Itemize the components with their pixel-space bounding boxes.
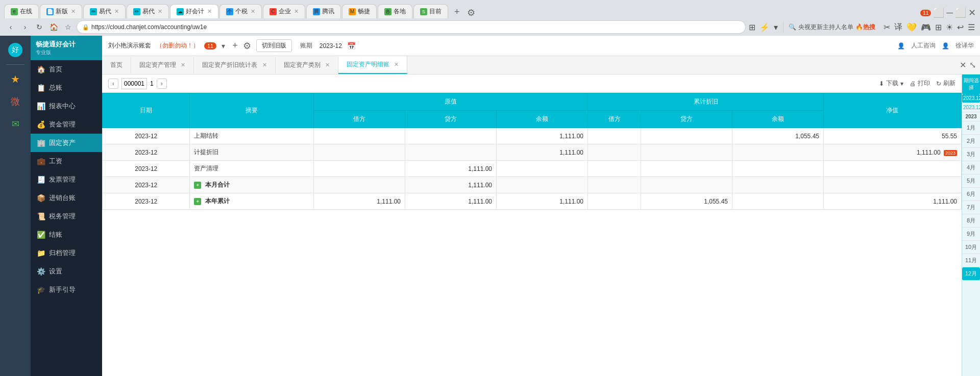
table-row: 2023-12 资产清理 1,111.00 bbox=[103, 161, 962, 177]
nav-item-closing[interactable]: ✅ 结账 bbox=[31, 225, 102, 244]
dropdown-icon[interactable]: ▾ bbox=[774, 22, 778, 32]
tab-close-geshui[interactable]: ✕ bbox=[251, 8, 255, 15]
nav-item-reports[interactable]: 📊 报表中心 bbox=[31, 97, 102, 115]
tab-close-yidai1[interactable]: ✕ bbox=[114, 8, 119, 15]
tab-yidai2[interactable]: ✏ 易代 ✕ bbox=[127, 4, 169, 18]
reload-btn[interactable]: ↻ bbox=[34, 21, 45, 33]
period-date-2[interactable]: 2023.12 bbox=[962, 103, 980, 112]
tab-label-tengxun: 腾讯 bbox=[322, 7, 334, 16]
page-tab-depreciation-stats-close[interactable]: ✕ bbox=[262, 62, 267, 68]
nav-label-archive: 归档管理 bbox=[49, 248, 76, 258]
sidebar-icon-weibo[interactable]: 微 bbox=[4, 91, 27, 112]
topbar-calendar-icon[interactable]: 📅 bbox=[347, 42, 356, 50]
game-icon[interactable]: 🎮 bbox=[921, 22, 931, 32]
switch-version-btn[interactable]: 切到旧版 bbox=[256, 39, 292, 52]
period-month-2[interactable]: 2月 bbox=[962, 135, 980, 148]
period-month-8[interactable]: 8月 bbox=[962, 214, 980, 228]
page-tab-detail-ledger-close[interactable]: ✕ bbox=[394, 61, 399, 67]
tab-haokuaiji[interactable]: ☁ 好会计 ✕ bbox=[170, 4, 218, 18]
period-month-9[interactable]: 9月 bbox=[962, 228, 980, 241]
tab-qiye[interactable]: C 企业 ✕ bbox=[263, 4, 305, 18]
table-row: 2023-12 + 本月合计 1,111.00 bbox=[103, 177, 962, 193]
tab-gedi[interactable]: 各 各地 bbox=[378, 4, 412, 18]
tab-muqian[interactable]: S 目前 bbox=[413, 4, 448, 18]
tab-new[interactable]: 📄 新版 ✕ bbox=[40, 4, 82, 18]
topbar-dropdown-icon[interactable]: ▾ bbox=[222, 42, 225, 50]
tab-yidai1[interactable]: ✏ 易代 ✕ bbox=[83, 4, 126, 18]
home-btn[interactable]: 🏠 bbox=[48, 21, 59, 33]
page-tab-detail-ledger[interactable]: 固定资产明细账 ✕ bbox=[338, 56, 407, 74]
topbar-add-icon[interactable]: + bbox=[232, 40, 238, 51]
period-month-3[interactable]: 3月 bbox=[962, 148, 980, 161]
tab-geshui[interactable]: 个 个税 ✕ bbox=[219, 4, 262, 18]
topbar-gear-icon[interactable]: ⚙ bbox=[243, 40, 251, 52]
sidebar-icon-mail[interactable]: ✉ bbox=[4, 114, 27, 134]
tab-more-btn[interactable]: ⚙ bbox=[467, 7, 475, 18]
period-month-6[interactable]: 6月 bbox=[962, 188, 980, 201]
tab-online[interactable]: e 在线 bbox=[4, 4, 39, 18]
new-tab-btn[interactable]: + bbox=[449, 7, 465, 17]
next-page-btn[interactable]: › bbox=[157, 79, 167, 89]
nav-item-general-ledger[interactable]: 📋 总账 bbox=[31, 79, 102, 97]
nav-item-funds[interactable]: 💰 资金管理 bbox=[31, 115, 102, 134]
nav-item-fixed-assets[interactable]: 🏢 固定资产 bbox=[31, 134, 102, 152]
url-bar[interactable]: 🔒 https://cloud.chanjet.com/accounting/u… bbox=[77, 20, 746, 34]
grid-icon[interactable]: ⊞ bbox=[749, 22, 755, 32]
page-tab-fixed-assets-category[interactable]: 固定资产类别 ✕ bbox=[276, 57, 338, 73]
lightning-icon[interactable]: ⚡ bbox=[760, 22, 770, 32]
tab-close-haokuaiji[interactable]: ✕ bbox=[207, 8, 212, 15]
nav-item-archive[interactable]: 📁 归档管理 bbox=[31, 244, 102, 262]
page-tab-close-all-icon[interactable]: ✕ bbox=[960, 60, 966, 70]
page-tab-home[interactable]: 首页 bbox=[102, 57, 131, 73]
history-icon[interactable]: ↩ bbox=[957, 22, 964, 32]
page-tab-fixed-assets-mgmt-close[interactable]: ✕ bbox=[181, 62, 185, 68]
forward-btn[interactable]: › bbox=[19, 21, 31, 33]
period-month-5[interactable]: 5月 bbox=[962, 174, 980, 188]
table-row: 2023-12 计提折旧 1,111.00 1,111.00 bbox=[103, 144, 962, 161]
username-label: 徐译华 bbox=[955, 41, 974, 50]
brightness-icon[interactable]: ☀ bbox=[946, 22, 953, 32]
page-tab-expand-icon[interactable]: ⤡ bbox=[969, 60, 976, 70]
nav-item-invoices[interactable]: 🧾 发票管理 bbox=[31, 170, 102, 189]
refresh-btn[interactable]: ↻ 刷新 bbox=[936, 79, 955, 88]
period-date-1[interactable]: 2023.12 bbox=[962, 94, 980, 103]
nav-item-settings[interactable]: ⚙️ 设置 bbox=[31, 262, 102, 281]
period-month-10[interactable]: 10月 bbox=[962, 241, 980, 254]
page-tab-depreciation-stats[interactable]: 固定资产折旧统计表 ✕ bbox=[194, 57, 275, 73]
window-minimize-btn[interactable]: ─ bbox=[946, 8, 953, 18]
window-close-btn[interactable]: ✕ bbox=[968, 7, 976, 18]
tab-close-new[interactable]: ✕ bbox=[71, 8, 76, 15]
account-code-input[interactable] bbox=[121, 78, 147, 89]
period-month-11[interactable]: 11月 bbox=[962, 254, 980, 267]
download-btn[interactable]: ⬇ 下载 ▾ bbox=[879, 79, 903, 88]
page-tab-fixed-assets-category-close[interactable]: ✕ bbox=[325, 62, 330, 68]
layout-icon[interactable]: ⊞ bbox=[935, 22, 942, 32]
period-month-12[interactable]: 12月 bbox=[962, 267, 980, 281]
tab-close-yidai2[interactable]: ✕ bbox=[158, 8, 162, 15]
back-btn[interactable]: ‹ bbox=[5, 21, 16, 33]
window-maximize-btn[interactable]: ⬜ bbox=[955, 7, 966, 18]
tab-restore-btn[interactable]: ⬜ bbox=[933, 7, 944, 18]
scissors-icon[interactable]: ✂ bbox=[884, 22, 890, 32]
period-month-4[interactable]: 4月 bbox=[962, 161, 980, 174]
tab-tengxun[interactable]: 腾 腾讯 bbox=[306, 4, 341, 18]
nav-item-guide[interactable]: 🎓 新手引导 bbox=[31, 281, 102, 299]
nav-item-tax[interactable]: 📜 税务管理 bbox=[31, 207, 102, 225]
nav-item-home[interactable]: 🏠 首页 bbox=[31, 60, 102, 79]
tab-changjie[interactable]: M 畅捷 bbox=[342, 4, 377, 18]
translate-icon[interactable]: 译 bbox=[894, 22, 902, 33]
menu-icon[interactable]: ☰ bbox=[968, 22, 975, 32]
print-btn[interactable]: 🖨 打印 bbox=[910, 79, 930, 88]
period-month-7[interactable]: 7月 bbox=[962, 201, 980, 214]
prev-page-btn[interactable]: ‹ bbox=[108, 79, 118, 89]
sidebar-icon-star[interactable]: ★ bbox=[4, 69, 27, 89]
period-month-1[interactable]: 1月 bbox=[962, 121, 980, 135]
app-logo[interactable]: 好 bbox=[4, 40, 27, 60]
customer-service-label[interactable]: 人工咨询 bbox=[911, 41, 936, 50]
tab-close-qiye[interactable]: ✕ bbox=[294, 8, 299, 15]
nav-item-payroll[interactable]: 💼 工资 bbox=[31, 152, 102, 170]
bookmark-btn[interactable]: ☆ bbox=[62, 21, 74, 33]
page-tab-fixed-assets-mgmt[interactable]: 固定资产管理 ✕ bbox=[131, 57, 194, 73]
nav-item-sales-ledger[interactable]: 📦 进销台账 bbox=[31, 189, 102, 207]
wallet-icon[interactable]: 💛 bbox=[906, 22, 917, 32]
